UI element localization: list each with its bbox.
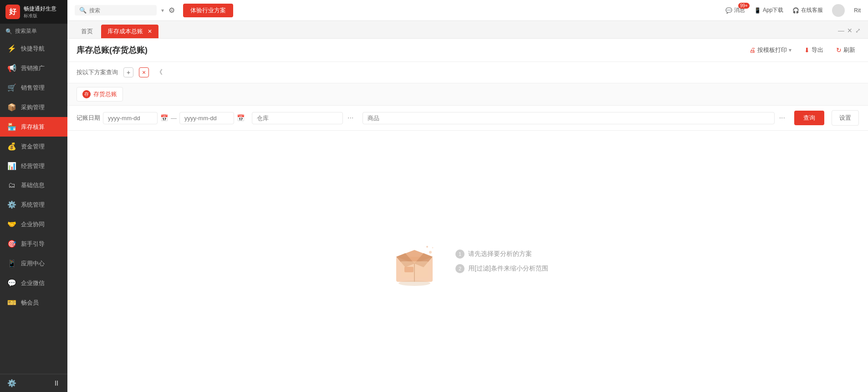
print-btn[interactable]: 🖨 按模板打印 ▾ [745, 44, 795, 56]
sidebar-item-label: 销售管理 [21, 84, 45, 92]
sales-icon: 🛒 [7, 83, 16, 92]
enterprise-icon: 🤝 [7, 220, 16, 229]
tab-close-all-icon[interactable]: ✕ [847, 27, 853, 34]
sidebar-item-quicknav[interactable]: ⚡ 快捷导航 [0, 39, 67, 58]
sidebar-item-business[interactable]: 📊 经营管理 [0, 156, 67, 176]
date-separator: — [171, 115, 177, 122]
sidebar-item-marketing[interactable]: 📢 营销推广 [0, 58, 67, 78]
online-service-action[interactable]: 🎧 在线客服 [792, 6, 823, 14]
logo-text: 畅捷通好生意 标准版 [24, 5, 56, 19]
export-btn[interactable]: ⬇ 导出 [801, 44, 827, 56]
header-chevron-icon[interactable]: ▾ [161, 7, 164, 14]
date-start-input[interactable] [103, 112, 158, 124]
warehouse-more-icon[interactable]: ··· [346, 114, 355, 122]
svg-rect-6 [404, 267, 414, 272]
main-content: 🔍 ▾ ⚙ 体验行业方案 💬 消息 99+ 📱 App下载 🎧 在线客服 Rit [67, 0, 868, 392]
sidebar-item-label: 采购管理 [21, 103, 45, 112]
sidebar-item-inventory[interactable]: 🏪 库存核算 [0, 117, 67, 137]
message-action[interactable]: 💬 消息 99+ [725, 6, 745, 14]
refresh-icon: ↻ [836, 46, 842, 54]
headset-icon: 🎧 [792, 7, 799, 14]
wechat-icon: 💬 [7, 279, 16, 287]
query-btn[interactable]: 查询 [794, 111, 824, 125]
header-search-input[interactable] [89, 7, 158, 14]
sidebar-item-label: 系统管理 [21, 201, 45, 209]
filter-label: 按以下方案查询 [77, 68, 118, 76]
app-name: 畅捷通好生意 [24, 5, 56, 13]
sidebar-item-label: 应用中心 [21, 260, 45, 268]
header-gear-icon[interactable]: ⚙ [168, 6, 175, 15]
sidebar-item-appstore[interactable]: 📱 应用中心 [0, 254, 67, 273]
system-icon: ⚙️ [7, 200, 16, 209]
tab-minimize-icon[interactable]: — [838, 27, 844, 34]
sidebar-toggle-icon[interactable]: ⏸ [53, 379, 60, 387]
settings-btn[interactable]: 设置 [832, 110, 859, 126]
product-field-group: ··· [363, 112, 787, 124]
online-service-label: 在线客服 [801, 6, 823, 14]
header-actions: 💬 消息 99+ 📱 App下载 🎧 在线客服 Rit [725, 4, 861, 17]
sidebar-item-system[interactable]: ⚙️ 系统管理 [0, 195, 67, 214]
tab-inventory-ledger[interactable]: 库存成本总账 ✕ [101, 25, 158, 38]
sidebar-item-purchase[interactable]: 📦 采购管理 [0, 97, 67, 117]
sidebar-item-member[interactable]: 🎫 畅会员 [0, 293, 67, 312]
filter-collapse-btn[interactable]: 《 [154, 67, 164, 77]
product-more-icon[interactable]: ··· [777, 114, 787, 122]
tip-text-2: 用[过滤]条件来缩小分析范围 [468, 265, 548, 273]
appstore-icon: 📱 [7, 259, 16, 268]
sidebar-item-label: 快捷导航 [21, 45, 45, 53]
sidebar: 好 畅捷通好生意 标准版 🔍 搜索菜单 ⚡ 快捷导航 📢 营销推广 🛒 销售管理… [0, 0, 67, 392]
industry-btn[interactable]: 体验行业方案 [183, 4, 233, 17]
sidebar-item-label: 资金管理 [21, 143, 45, 151]
message-badge: 99+ [738, 3, 750, 9]
tip-item-2: 2 用[过滤]条件来缩小分析范围 [455, 264, 548, 273]
refresh-btn[interactable]: ↻ 刷新 [832, 44, 859, 56]
search-label: 搜索菜单 [15, 27, 37, 35]
sidebar-search[interactable]: 🔍 搜索菜单 [0, 24, 67, 39]
warehouse-field-group: ··· [252, 112, 355, 124]
tab-label: 库存成本总账 [107, 28, 143, 35]
sidebar-item-label: 基础信息 [21, 181, 45, 189]
sidebar-item-sales[interactable]: 🛒 销售管理 [0, 78, 67, 97]
date-end-calendar-icon[interactable]: 📅 [237, 114, 245, 122]
page-actions: 🖨 按模板打印 ▾ ⬇ 导出 ↻ 刷新 [745, 44, 859, 56]
print-label: 按模板打印 [757, 46, 787, 54]
empty-illustration [387, 234, 442, 289]
sidebar-item-label: 营销推广 [21, 64, 45, 72]
logo-area: 好 畅捷通好生意 标准版 [0, 0, 67, 24]
settings-footer-icon[interactable]: ⚙️ [7, 379, 16, 387]
filter-add-btn[interactable]: + [123, 67, 133, 77]
app-download-label: App下载 [763, 6, 783, 14]
app-download-action[interactable]: 📱 App下载 [754, 6, 783, 14]
export-label: 导出 [812, 46, 823, 54]
scheme-item-inventory-ledger[interactable]: 存 存货总账 [77, 87, 123, 102]
message-icon: 💬 [725, 7, 732, 14]
tip-number-1: 1 [455, 249, 465, 259]
header-search-box[interactable]: 🔍 [75, 5, 157, 15]
product-input[interactable] [363, 112, 774, 124]
date-field-group: 记账日期 📅 — 📅 [77, 112, 245, 124]
warehouse-input[interactable] [252, 112, 343, 124]
export-icon: ⬇ [804, 46, 810, 54]
app-badge: 标准版 [24, 13, 56, 19]
sidebar-nav: ⚡ 快捷导航 📢 营销推广 🛒 销售管理 📦 采购管理 🏪 库存核算 💰 资金管… [0, 39, 67, 374]
sidebar-item-basic[interactable]: 🗂 基础信息 [0, 176, 67, 195]
filter-bar: 按以下方案查询 + × 《 [67, 62, 868, 83]
sidebar-footer: ⚙️ ⏸ [0, 374, 67, 392]
date-start-calendar-icon[interactable]: 📅 [160, 114, 168, 122]
tab-expand-icon[interactable]: ⤢ [855, 27, 861, 34]
search-icon: 🔍 [79, 7, 87, 14]
svg-point-7 [398, 280, 430, 286]
date-end-input[interactable] [179, 112, 234, 124]
tip-number-2: 2 [455, 264, 465, 273]
sidebar-item-wechat[interactable]: 💬 企业微信 [0, 273, 67, 293]
guide-icon: 🎯 [7, 239, 16, 248]
svg-point-8 [429, 251, 432, 254]
print-chevron-icon[interactable]: ▾ [789, 47, 791, 53]
sidebar-item-finance[interactable]: 💰 资金管理 [0, 137, 67, 156]
tab-home[interactable]: 首页 [75, 25, 99, 38]
tip-text-1: 请先选择要分析的方案 [468, 250, 532, 258]
tab-close-icon[interactable]: ✕ [148, 28, 152, 35]
filter-remove-btn[interactable]: × [139, 67, 149, 77]
sidebar-item-enterprise[interactable]: 🤝 企业协同 [0, 214, 67, 234]
sidebar-item-guide[interactable]: 🎯 新手引导 [0, 234, 67, 254]
